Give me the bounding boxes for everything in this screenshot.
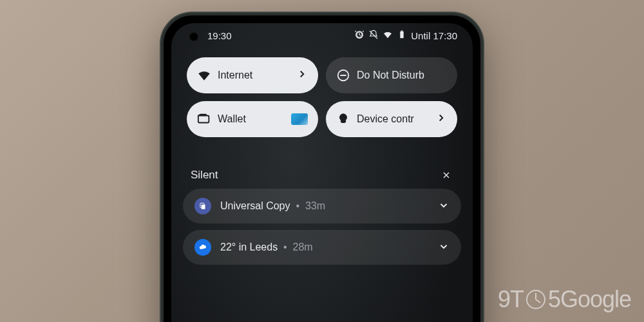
phone-frame: 19:30 Until 17:30 Internet Do Not Distur… xyxy=(161,13,483,322)
qs-tile-wallet[interactable]: Wallet xyxy=(187,101,318,137)
tile-label: Device contr xyxy=(357,113,429,125)
clock: 19:30 xyxy=(207,30,232,41)
svg-rect-4 xyxy=(202,205,205,209)
copy-icon xyxy=(194,198,211,214)
section-label: Silent xyxy=(191,169,218,182)
alarm-icon xyxy=(354,30,365,42)
notification-item[interactable]: 22° in Leeds • 28m xyxy=(183,230,461,265)
bulb-icon xyxy=(336,112,350,126)
quick-settings-grid: Internet Do Not Disturb Wallet Device co… xyxy=(171,47,473,150)
tile-label: Internet xyxy=(218,70,290,81)
chevron-down-icon[interactable] xyxy=(438,241,450,254)
dnd-status-icon xyxy=(368,30,379,42)
qs-tile-internet[interactable]: Internet xyxy=(187,57,318,93)
svg-rect-1 xyxy=(401,30,403,31)
notification-text: 22° in Leeds • 28m xyxy=(220,242,429,253)
watermark: 9T5Google xyxy=(498,286,631,313)
tile-label: Wallet xyxy=(218,113,285,125)
qs-tile-dnd[interactable]: Do Not Disturb xyxy=(326,57,457,93)
notification-text: Universal Copy • 33m xyxy=(220,200,429,212)
wifi-icon xyxy=(197,68,211,82)
svg-rect-0 xyxy=(401,32,404,39)
wifi-status-icon xyxy=(383,30,393,42)
chevron-down-icon[interactable] xyxy=(438,200,450,213)
status-icons: Until 17:30 xyxy=(354,30,457,42)
chevron-right-icon xyxy=(296,68,308,82)
tile-label: Do Not Disturb xyxy=(357,70,447,81)
until-label: Until 17:30 xyxy=(411,30,457,41)
notification-section-header: Silent xyxy=(171,150,473,189)
notification-item[interactable]: Universal Copy • 33m xyxy=(183,189,461,223)
clear-section-button[interactable] xyxy=(439,168,453,182)
weather-icon xyxy=(194,239,211,256)
battery-icon xyxy=(397,30,407,42)
front-camera xyxy=(189,32,198,41)
status-bar: 19:30 Until 17:30 xyxy=(171,23,473,47)
wallet-icon xyxy=(197,112,211,126)
payment-card-icon xyxy=(291,113,308,125)
qs-tile-device-controls[interactable]: Device contr xyxy=(326,101,457,137)
dnd-icon xyxy=(336,68,350,82)
chevron-right-icon xyxy=(435,112,447,126)
screen: 19:30 Until 17:30 Internet Do Not Distur… xyxy=(171,23,473,322)
